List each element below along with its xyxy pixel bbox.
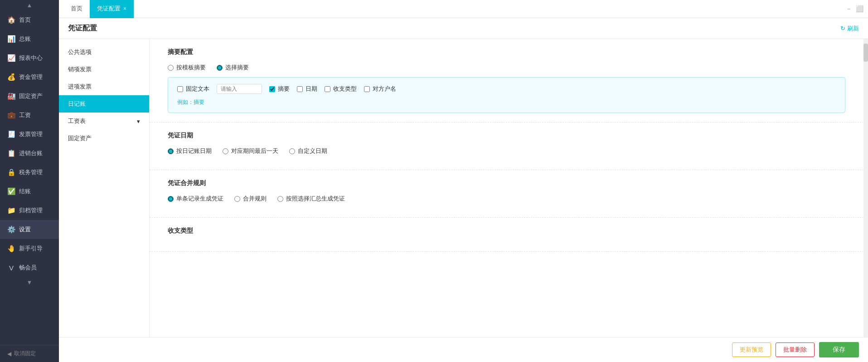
sidebar-item-vip[interactable]: V 畅会员 xyxy=(0,258,59,277)
settings-icon: ⚙️ xyxy=(7,225,15,234)
sidebar-item-assets[interactable]: 🏭 固定资产 xyxy=(0,87,59,106)
checkbox-date[interactable]: 日期 xyxy=(297,85,317,93)
radio-custom-date-input[interactable] xyxy=(289,148,295,154)
sidebar-item-ledger[interactable]: 📊 总账 xyxy=(0,29,59,49)
radio-due-date[interactable]: 对应期间最后一天 xyxy=(223,147,278,155)
checkbox-fixed-text-input[interactable] xyxy=(177,86,183,92)
settle-icon: ✅ xyxy=(7,187,15,196)
radio-journal-date[interactable]: 按日记账日期 xyxy=(168,147,212,155)
radio-custom-date[interactable]: 自定义日期 xyxy=(289,147,327,155)
merge-rules-section: 凭证合并规则 单条记录生成凭证 合并规则 按照选择汇总生成凭证 xyxy=(150,170,863,218)
update-preview-button[interactable]: 更新预览 xyxy=(732,342,771,357)
sidebar-item-purchase[interactable]: 📋 进销台账 xyxy=(0,144,59,163)
radio-due-date-input[interactable] xyxy=(223,148,228,154)
sidebar-scroll-up[interactable]: ▲ xyxy=(0,0,59,10)
report-icon: 📈 xyxy=(7,54,15,62)
tab-voucher-config[interactable]: 凭证配置 × xyxy=(90,0,134,18)
sidebar-item-tax[interactable]: 🔒 税务管理 xyxy=(0,163,59,182)
vertical-scrollbar[interactable] xyxy=(863,39,868,337)
purchase-icon: 📋 xyxy=(7,149,15,157)
radio-select-merge-input[interactable] xyxy=(277,196,283,202)
checkbox-fixed-text[interactable]: 固定文本 xyxy=(177,85,209,93)
main-area: 首页 凭证配置 × － ⬜ 凭证配置 ↻ 刷新 公共选项 销项发票 xyxy=(59,0,868,362)
sidebar-item-archive[interactable]: 📁 归档管理 xyxy=(0,201,59,220)
sidebar-scroll-down[interactable]: ▼ xyxy=(0,277,59,288)
example-text: 例如：摘要 xyxy=(177,98,836,106)
radio-select-summary[interactable]: 选择摘要 xyxy=(217,64,249,72)
radio-template-summary-input[interactable] xyxy=(168,65,174,71)
sidebar: ▲ 🏠 首页 📊 总账 📈 报表中心 💰 资金管理 🏭 固定资产 💼 工资 🧾 … xyxy=(0,0,59,362)
sidebar-item-report[interactable]: 📈 报表中心 xyxy=(0,49,59,68)
summary-options-box: 固定文本 摘要 日期 xyxy=(168,77,845,113)
payroll-icon: 💼 xyxy=(7,111,15,119)
tab-close-button[interactable]: × xyxy=(123,5,126,12)
merge-rules-title: 凭证合并规则 xyxy=(168,179,845,187)
sidebar-unpin[interactable]: ◀ 取消固定 xyxy=(0,345,59,362)
merge-rules-radio-group: 单条记录生成凭证 合并规则 按照选择汇总生成凭证 xyxy=(168,195,845,203)
radio-select-merge[interactable]: 按照选择汇总生成凭证 xyxy=(277,195,345,203)
radio-template-summary[interactable]: 按模板摘要 xyxy=(168,64,206,72)
pin-icon: ◀ xyxy=(7,351,11,357)
radio-single-record[interactable]: 单条记录生成凭证 xyxy=(168,195,223,203)
tab-maximize-icon[interactable]: ⬜ xyxy=(856,5,863,13)
tax-icon: 🔒 xyxy=(7,168,15,176)
content-area: 公共选项 销项发票 进项发票 日记账 工资表 ▾ 固定资产 xyxy=(59,39,868,337)
archive-icon: 📁 xyxy=(7,206,15,215)
left-nav-sales[interactable]: 销项发票 xyxy=(59,61,149,78)
vip-icon: V xyxy=(7,264,15,272)
guide-icon: 🤚 xyxy=(7,245,15,253)
checkbox-date-input[interactable] xyxy=(297,86,303,92)
assets-icon: 🏭 xyxy=(7,92,15,100)
tab-minimize-icon[interactable]: － xyxy=(846,5,852,13)
chevron-down-icon: ▾ xyxy=(137,118,140,125)
refresh-button[interactable]: ↻ 刷新 xyxy=(840,24,859,33)
radio-select-summary-input[interactable] xyxy=(217,65,223,71)
checkbox-counterpart[interactable]: 对方户名 xyxy=(364,85,396,93)
voucher-date-radio-group: 按日记账日期 对应期间最后一天 自定义日期 xyxy=(168,147,845,155)
ledger-icon: 📊 xyxy=(7,35,15,43)
page-header: 凭证配置 ↻ 刷新 xyxy=(59,18,868,39)
sidebar-item-payroll[interactable]: 💼 工资 xyxy=(0,106,59,125)
left-nav-public[interactable]: 公共选项 xyxy=(59,44,149,61)
summary-config-section: 摘要配置 按模板摘要 选择摘要 xyxy=(150,39,863,122)
sidebar-item-settle[interactable]: ✅ 结账 xyxy=(0,182,59,201)
summary-checkboxes-row: 固定文本 摘要 日期 xyxy=(177,84,836,94)
sidebar-item-settings[interactable]: ⚙️ 设置 xyxy=(0,220,59,239)
left-nav-purchase-invoice[interactable]: 进项发票 xyxy=(59,78,149,95)
tab-controls: － ⬜ xyxy=(846,5,863,13)
left-nav-journal[interactable]: 日记账 xyxy=(59,95,149,113)
checkbox-income-type-input[interactable] xyxy=(325,86,330,92)
batch-delete-button[interactable]: 批量删除 xyxy=(776,342,815,357)
scrollbar-thumb[interactable] xyxy=(863,44,868,62)
footer-bar: 更新预览 批量删除 保存 xyxy=(59,337,868,362)
sidebar-item-guide[interactable]: 🤚 新手引导 xyxy=(0,239,59,258)
invoice-icon: 🧾 xyxy=(7,130,15,138)
home-icon: 🏠 xyxy=(7,16,15,24)
radio-merge-rule-input[interactable] xyxy=(234,196,240,202)
radio-single-record-input[interactable] xyxy=(168,196,174,202)
left-nav: 公共选项 销项发票 进项发票 日记账 工资表 ▾ 固定资产 xyxy=(59,39,150,337)
refresh-icon: ↻ xyxy=(840,25,845,32)
radio-merge-rule[interactable]: 合并规则 xyxy=(234,195,267,203)
left-nav-fixed-assets[interactable]: 固定资产 xyxy=(59,130,149,147)
checkbox-summary[interactable]: 摘要 xyxy=(269,85,290,93)
sidebar-item-invoice[interactable]: 🧾 发票管理 xyxy=(0,125,59,144)
voucher-date-section: 凭证日期 按日记账日期 对应期间最后一天 自定义日期 xyxy=(150,122,863,170)
left-nav-payroll-table[interactable]: 工资表 ▾ xyxy=(59,113,149,130)
right-content: 摘要配置 按模板摘要 选择摘要 xyxy=(150,39,863,337)
sidebar-item-home[interactable]: 🏠 首页 xyxy=(0,10,59,29)
fund-icon: 💰 xyxy=(7,73,15,81)
tab-home[interactable]: 首页 xyxy=(63,0,90,18)
fixed-text-input[interactable] xyxy=(217,84,262,94)
radio-journal-date-input[interactable] xyxy=(168,148,174,154)
summary-config-title: 摘要配置 xyxy=(168,48,845,56)
tab-bar: 首页 凭证配置 × － ⬜ xyxy=(59,0,868,18)
summary-radio-group: 按模板摘要 选择摘要 xyxy=(168,64,845,72)
sidebar-item-fund[interactable]: 💰 资金管理 xyxy=(0,68,59,87)
checkbox-income-type[interactable]: 收支类型 xyxy=(325,85,357,93)
income-type-title: 收支类型 xyxy=(168,227,845,235)
checkbox-summary-input[interactable] xyxy=(269,86,275,92)
checkbox-counterpart-input[interactable] xyxy=(364,86,370,92)
income-type-section: 收支类型 xyxy=(150,218,863,252)
save-button[interactable]: 保存 xyxy=(819,342,859,357)
